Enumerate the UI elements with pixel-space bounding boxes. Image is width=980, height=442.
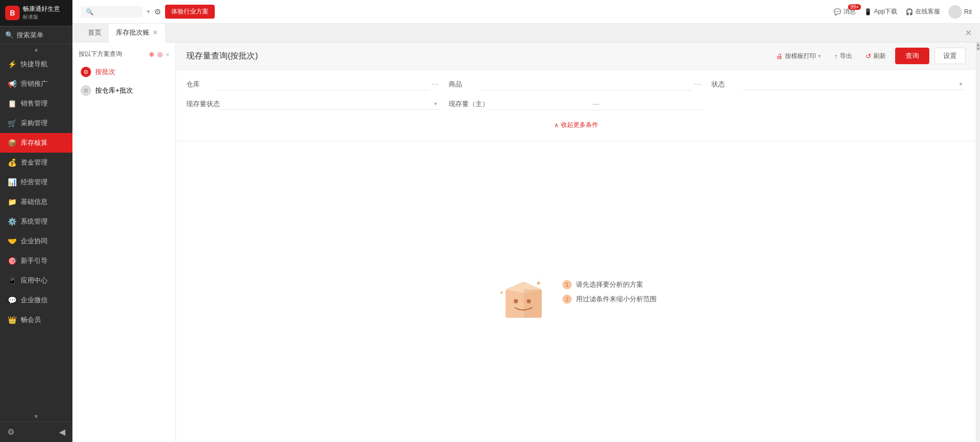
schema-inactive-icon: ⚙ [81,85,91,96]
sidebar-item-members[interactable]: 👑 畅会员 [0,310,72,330]
user-avatar-btn[interactable]: Rit [948,5,972,19]
refresh-btn[interactable]: ↺ 刷新 [862,50,890,63]
svg-point-3 [514,299,518,303]
export-btn[interactable]: ↑ 导出 [830,50,857,63]
empty-illustration: ✦ ✦ · [495,266,547,318]
product-dots[interactable]: ··· [692,80,703,89]
settings-btn[interactable]: 设置 [934,48,966,64]
schema-by-batch[interactable]: ⚙ 按批次 [72,63,175,81]
product-input[interactable] [480,78,692,91]
stock-status-label: 现存量状态 [186,99,220,109]
print-dropdown-icon[interactable]: ▾ [818,53,821,60]
stock-qty-to[interactable] [604,100,700,108]
marketing-icon: 📢 [7,79,17,89]
empty-hints: 1 请先选择要分析的方案 2 用过滤条件来缩小分析范围 [562,280,657,304]
stock-qty-from[interactable] [492,100,588,108]
collapse-row[interactable]: ∧ 收起更多条件 [186,117,966,132]
messages-btn[interactable]: 💬 消息 99+ [834,7,856,16]
sidebar-item-enterprise[interactable]: 🤝 企业协同 [0,231,72,251]
sidebar-scroll-up[interactable]: ▲ [0,45,72,54]
online-service-label: 在线客服 [915,7,940,16]
topbar-search[interactable]: 🔍 [81,6,143,18]
sidebar-item-label: 采购管理 [21,119,48,128]
tabbar: 首页 库存批次账 ✕ ✕ [72,24,980,42]
sidebar-item-label: 资金管理 [21,158,48,167]
print-btn[interactable]: 🖨 按模板打印 ▾ [772,50,825,63]
sidebar-item-label: 营销推广 [21,79,48,89]
warehouse-label: 仓库 [186,80,217,89]
tab-home[interactable]: 首页 [81,24,109,42]
page-actions: 🖨 按模板打印 ▾ ↑ 导出 ↺ 刷新 查询 设置 [772,48,966,64]
tab-home-label: 首页 [88,28,101,37]
status-select[interactable]: ▾ [743,79,966,90]
quick-nav-icon: ⚡ [7,60,17,69]
enterprise-icon: 🤝 [7,237,17,246]
app-download-icon: 📱 [864,8,872,16]
sidebar-item-purchase[interactable]: 🛒 采购管理 [0,113,72,133]
svg-text:✦: ✦ [536,279,542,287]
sidebar-item-basic-info[interactable]: 📁 基础信息 [0,192,72,212]
filter-row-2: 现存量状态 ▾ 现存量（主） — [186,98,966,110]
warehouse-input[interactable] [217,78,429,91]
svg-text:✦: ✦ [499,290,503,296]
collapse-sidebar-icon[interactable]: ◀ [59,427,65,437]
stock-qty-field: 现存量（主） — [449,98,703,110]
status-chevron-icon: ▾ [959,81,962,87]
sidebar-item-quick-nav[interactable]: ⚡ 快捷导航 [0,54,72,74]
export-label: 导出 [840,52,852,61]
warehouse-field: 仓库 ··· [186,78,440,91]
sidebar-item-newbie[interactable]: 🎯 新手引导 [0,251,72,271]
sidebar-item-operations[interactable]: 📊 经营管理 [0,172,72,192]
hint-text-1: 请先选择要分析的方案 [576,280,643,289]
sidebar-item-corp-wechat[interactable]: 💬 企业微信 [0,290,72,310]
sidebar-scroll-down[interactable]: ▼ [0,411,72,421]
sidebar-item-sales[interactable]: 📋 销售管理 [0,94,72,113]
app-download-btn[interactable]: 📱 App下载 [864,7,897,16]
sidebar-item-label: 库存核算 [21,138,48,148]
sidebar-item-inventory[interactable]: 📦 库存核算 [0,133,72,153]
schema-by-warehouse-batch[interactable]: ⚙ 按仓库+批次 [72,81,175,100]
stock-status-chevron-icon: ▾ [434,100,437,107]
scroll-down-btn[interactable]: ▼ [976,47,980,51]
message-icon: 💬 [834,8,841,16]
empty-hint-1: 1 请先选择要分析的方案 [562,280,657,289]
app-download-label: App下载 [874,7,897,16]
stock-status-select[interactable]: ▾ [220,98,440,110]
sales-icon: 📋 [7,99,17,108]
svg-rect-2 [524,289,542,318]
left-panel: 按以下方案查询 ⊕ ◎ « ⚙ 按批次 ⚙ 按仓库+批次 [72,42,176,442]
warehouse-dots[interactable]: ··· [429,80,440,89]
refresh-icon: ↺ [866,52,871,60]
settings-icon[interactable]: ⚙ [7,427,14,437]
schema-by-batch-label: 按批次 [95,67,115,77]
trial-btn[interactable]: 体验行业方案 [165,5,215,19]
collapse-schema-icon[interactable]: « [166,51,169,58]
right-scrollbar[interactable]: ▲ ▼ [976,42,980,442]
topbar-gear-icon[interactable]: ⚙ [154,7,161,17]
svg-text:·: · [542,277,543,282]
sidebar-item-label: 畅会员 [21,315,41,325]
right-content: 现存量查询(按批次) 🖨 按模板打印 ▾ ↑ 导出 ↺ 刷新 [176,42,976,442]
filter-row-1: 仓库 ··· 商品 ··· 状态 ▾ [186,78,966,91]
topbar: 🔍 ▾ ⚙ 体验行业方案 💬 消息 99+ 📱 App下载 🎧 在线客服 Ri [72,0,980,24]
sidebar-item-marketing[interactable]: 📢 营销推广 [0,74,72,94]
topbar-right: 💬 消息 99+ 📱 App下载 🎧 在线客服 Rit [834,5,972,19]
add-schema-icon[interactable]: ⊕ [149,51,154,58]
sidebar-item-app-center[interactable]: 📱 应用中心 [0,271,72,290]
close-panel-icon[interactable]: ✕ [965,28,972,38]
online-service-btn[interactable]: 🎧 在线客服 [905,7,940,16]
purchase-icon: 🛒 [7,119,17,128]
svg-point-4 [527,299,531,303]
tab-close-icon[interactable]: ✕ [153,29,158,36]
messages-badge: 99+ [848,4,861,10]
print-icon: 🖨 [776,52,783,60]
sidebar-item-finance[interactable]: 💰 资金管理 [0,153,72,172]
topbar-dropdown-icon[interactable]: ▾ [147,8,150,15]
sidebar-item-system[interactable]: ⚙️ 系统管理 [0,212,72,231]
search-menu[interactable]: 🔍 搜索菜单 [0,26,72,45]
tab-inventory-batch[interactable]: 库存批次账 ✕ [109,24,165,42]
empty-state: ✦ ✦ · 1 请先选择要分析的方案 2 用过滤条件来缩小分析范围 [176,141,976,442]
settings-schema-icon[interactable]: ◎ [157,51,162,58]
search-menu-label: 搜索菜单 [17,31,43,40]
query-btn[interactable]: 查询 [895,48,929,64]
